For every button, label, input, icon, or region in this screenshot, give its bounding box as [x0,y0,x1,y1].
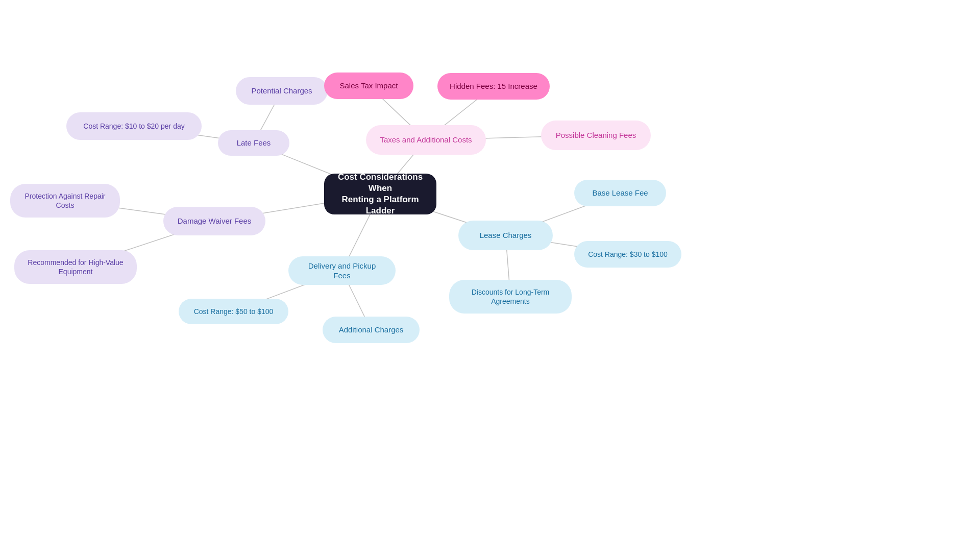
lease-charges-node: Lease Charges [458,221,553,250]
hidden-fees-node: Hidden Fees: 15 Increase [437,73,550,100]
sales-tax-label: Sales Tax Impact [340,81,398,91]
cost-range-30-100-label: Cost Range: $30 to $100 [588,250,668,259]
additional-charges-node: Additional Charges [323,317,420,343]
hidden-fees-label: Hidden Fees: 15 Increase [450,81,537,91]
base-lease-fee-label: Base Lease Fee [592,188,648,198]
discounts-long-node: Discounts for Long-Term Agreements [449,280,572,314]
potential-charges-node: Potential Charges [236,77,328,105]
cost-range-30-100-node: Cost Range: $30 to $100 [574,241,681,268]
damage-waiver-node: Damage Waiver Fees [163,207,265,235]
recommended-high-node: Recommended for High-Value Equipment [14,250,137,284]
sales-tax-node: Sales Tax Impact [324,73,413,99]
protection-repair-label: Protection Against Repair Costs [25,191,106,210]
cost-range-50-100-label: Cost Range: $50 to $100 [194,307,274,316]
taxes-additional-label: Taxes and Additional Costs [380,135,472,145]
recommended-high-label: Recommended for High-Value Equipment [28,258,123,276]
lease-charges-label: Lease Charges [480,230,532,241]
delivery-pickup-node: Delivery and Pickup Fees [288,256,396,285]
possible-cleaning-label: Possible Cleaning Fees [556,130,636,140]
cost-range-10-20-node: Cost Range: $10 to $20 per day [66,112,202,140]
potential-charges-label: Potential Charges [251,86,312,96]
damage-waiver-label: Damage Waiver Fees [178,216,252,226]
additional-charges-label: Additional Charges [339,325,404,335]
late-fees-node: Late Fees [218,130,289,156]
base-lease-fee-node: Base Lease Fee [574,180,666,206]
possible-cleaning-node: Possible Cleaning Fees [541,121,651,150]
cost-range-10-20-label: Cost Range: $10 to $20 per day [83,122,184,131]
discounts-long-label: Discounts for Long-Term Agreements [472,287,550,306]
late-fees-label: Late Fees [237,138,271,148]
center-node: Cost Considerations When Renting a Platf… [324,174,436,214]
taxes-additional-node: Taxes and Additional Costs [366,125,486,155]
cost-range-50-100-node: Cost Range: $50 to $100 [179,299,288,324]
protection-repair-node: Protection Against Repair Costs [10,184,120,218]
center-label: Cost Considerations When Renting a Platf… [335,172,425,217]
delivery-pickup-label: Delivery and Pickup Fees [300,261,384,281]
